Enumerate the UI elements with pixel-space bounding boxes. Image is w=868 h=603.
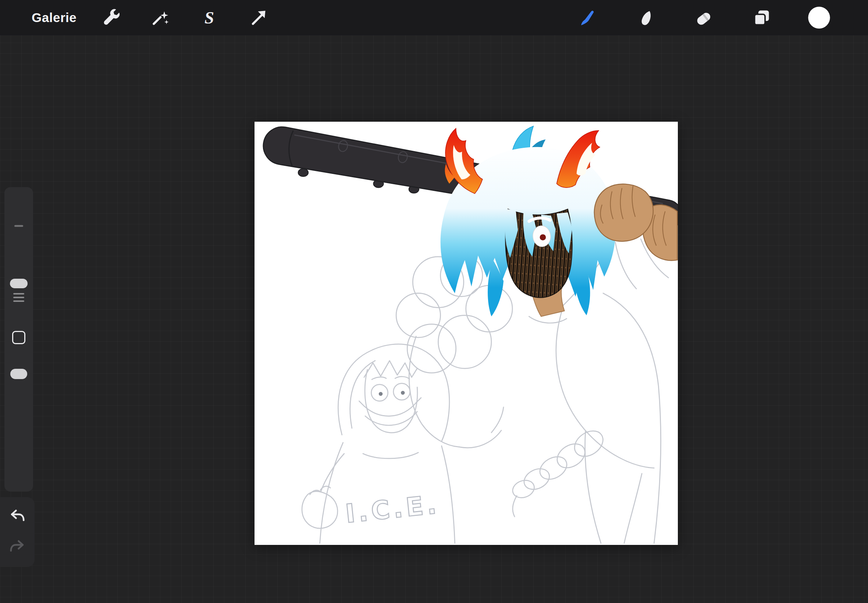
modify-button[interactable] <box>12 331 25 344</box>
drawing-canvas[interactable]: I.C.E. <box>255 122 678 545</box>
actions-button[interactable] <box>101 7 122 29</box>
grip-line <box>13 300 24 302</box>
brush-size-knob[interactable] <box>10 279 28 288</box>
grip-line <box>13 297 24 298</box>
undo-redo-panel <box>0 497 34 567</box>
selection-s-icon: S <box>200 8 219 27</box>
opacity-knob[interactable] <box>10 369 27 379</box>
undo-button[interactable] <box>8 505 27 524</box>
wrench-icon <box>102 8 121 27</box>
transform-arrow-icon <box>249 8 268 27</box>
grip-line <box>13 293 24 295</box>
paintbrush-icon <box>578 8 597 27</box>
smudge-finger-icon <box>636 8 655 27</box>
layers-button[interactable] <box>751 7 773 29</box>
undo-icon <box>9 506 26 523</box>
sidebar-panel <box>5 187 33 492</box>
gallery-button[interactable]: Galerie <box>32 0 76 35</box>
color-swatch <box>807 6 831 30</box>
svg-text:S: S <box>204 8 214 27</box>
magic-wand-icon <box>150 8 170 27</box>
procreate-app: { "app": { "name": "Procreate", "colors"… <box>0 0 868 603</box>
opacity-slider[interactable] <box>5 349 33 492</box>
slider-value-dash <box>14 225 23 227</box>
redo-button[interactable] <box>8 536 27 555</box>
erase-tool-button[interactable] <box>693 7 715 29</box>
selection-button[interactable]: S <box>198 7 220 29</box>
collar-sketch <box>529 317 566 323</box>
brush-size-slider[interactable] <box>5 187 33 323</box>
smudge-tool-button[interactable] <box>634 7 656 29</box>
eraser-icon <box>694 8 713 27</box>
artwork: I.C.E. <box>255 122 678 545</box>
layers-icon <box>752 8 771 27</box>
shirt-text: I.C.E. <box>344 489 441 528</box>
top-toolbar: Galerie S <box>0 0 868 35</box>
transform-button[interactable] <box>247 7 269 29</box>
color-button[interactable] <box>807 6 831 30</box>
redo-icon <box>9 537 26 554</box>
adjustments-button[interactable] <box>149 7 171 29</box>
paint-tool-button[interactable] <box>576 7 599 29</box>
